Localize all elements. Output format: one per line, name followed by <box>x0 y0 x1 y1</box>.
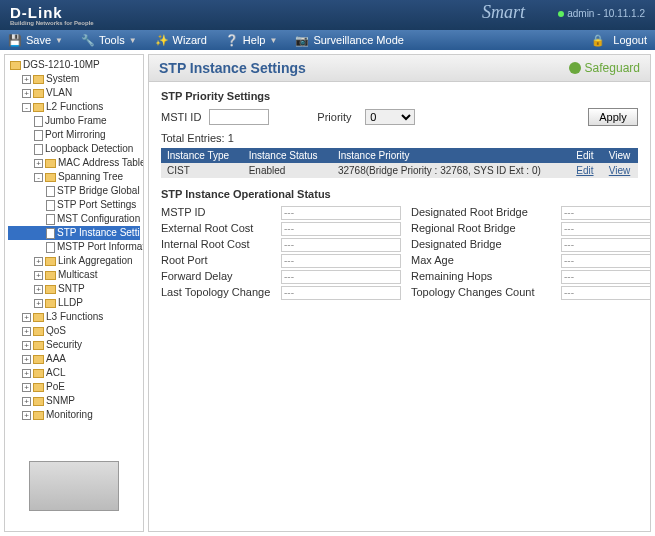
tree-root[interactable]: DGS-1210-10MP <box>8 58 140 72</box>
plus-icon[interactable]: + <box>22 369 31 378</box>
plus-icon[interactable]: + <box>22 75 31 84</box>
plus-icon[interactable]: + <box>22 341 31 350</box>
tree-stp-instance[interactable]: STP Instance Settings <box>8 226 140 240</box>
tree-portmirror[interactable]: Port Mirroring <box>8 128 140 142</box>
folder-icon <box>33 397 44 406</box>
tree-poe[interactable]: +PoE <box>8 380 140 394</box>
plus-icon[interactable]: + <box>34 257 43 266</box>
brand-tagline: Building Networks for People <box>10 20 94 26</box>
plus-icon[interactable]: + <box>22 383 31 392</box>
minus-icon[interactable]: - <box>34 173 43 182</box>
minus-icon[interactable]: - <box>22 103 31 112</box>
plus-icon[interactable]: + <box>22 411 31 420</box>
chevron-down-icon: ▼ <box>129 36 137 45</box>
tree-system[interactable]: +System <box>8 72 140 86</box>
tree-monitoring[interactable]: +Monitoring <box>8 408 140 422</box>
wrench-icon: 🔧 <box>81 34 95 47</box>
priority-form: MSTI ID Priority 0 Apply <box>161 108 638 126</box>
tree-vlan[interactable]: +VLAN <box>8 86 140 100</box>
tree-stp-global[interactable]: STP Bridge Global Settings <box>8 184 140 198</box>
tree-mstp-port[interactable]: MSTP Port Information <box>8 240 140 254</box>
cell-status: Enabled <box>243 163 332 178</box>
plus-icon[interactable]: + <box>22 313 31 322</box>
tools-menu[interactable]: 🔧Tools▼ <box>81 34 137 47</box>
page-icon <box>46 186 55 197</box>
save-menu[interactable]: 💾Save▼ <box>8 34 63 47</box>
logout-label: Logout <box>613 34 647 46</box>
tools-label: Tools <box>99 34 125 46</box>
view-link[interactable]: View <box>601 163 638 178</box>
nav-tree: DGS-1210-10MP +System +VLAN -L2 Function… <box>5 55 143 441</box>
plus-icon[interactable]: + <box>22 397 31 406</box>
disk-icon: 💾 <box>8 34 22 47</box>
tree-spanning[interactable]: -Spanning Tree <box>8 170 140 184</box>
tree-stp-port[interactable]: STP Port Settings <box>8 198 140 212</box>
tree-snmp[interactable]: +SNMP <box>8 394 140 408</box>
wizard-menu[interactable]: ✨Wizard <box>155 34 207 47</box>
label-int-root: Internal Root Cost <box>161 238 271 252</box>
tree-l3[interactable]: +L3 Functions <box>8 310 140 324</box>
folder-icon <box>45 173 56 182</box>
plus-icon[interactable]: + <box>34 299 43 308</box>
plus-icon[interactable]: + <box>22 89 31 98</box>
label-reg-root-br: Regional Root Bridge <box>411 222 551 236</box>
tree-mst-config[interactable]: MST Configuration Identific <box>8 212 140 226</box>
chevron-down-icon: ▼ <box>55 36 63 45</box>
apply-button[interactable]: Apply <box>588 108 638 126</box>
label-topo-count: Topology Changes Count <box>411 286 551 300</box>
status-grid: MSTP ID--- Designated Root Bridge--- Ext… <box>161 206 638 300</box>
instance-table: Instance Type Instance Status Instance P… <box>161 148 638 178</box>
priority-section-title: STP Priority Settings <box>161 90 638 102</box>
label-mstp-id: MSTP ID <box>161 206 271 220</box>
tree-acl[interactable]: +ACL <box>8 366 140 380</box>
save-label: Save <box>26 34 51 46</box>
folder-icon <box>33 341 44 350</box>
page-icon <box>46 242 55 253</box>
col-view: View <box>601 148 638 163</box>
priority-select[interactable]: 0 <box>365 109 415 125</box>
plus-icon[interactable]: + <box>34 271 43 280</box>
val-max-age: --- <box>561 254 651 268</box>
tree-aaa[interactable]: +AAA <box>8 352 140 366</box>
page-icon <box>46 228 55 239</box>
help-menu[interactable]: ❔Help▼ <box>225 34 278 47</box>
plus-icon[interactable]: + <box>22 327 31 336</box>
folder-icon <box>33 411 44 420</box>
tree-lldp[interactable]: +LLDP <box>8 296 140 310</box>
wand-icon: ✨ <box>155 34 169 47</box>
tree-security[interactable]: +Security <box>8 338 140 352</box>
logout-menu[interactable]: 🔒Logout <box>591 34 647 47</box>
camera-icon: 📷 <box>295 34 309 47</box>
sidebar: DGS-1210-10MP +System +VLAN -L2 Function… <box>4 54 144 532</box>
msti-id-label: MSTI ID <box>161 111 201 123</box>
admin-text: admin - 10.11.1.2 <box>567 8 645 19</box>
header: D-Link Building Networks for People Smar… <box>0 0 655 30</box>
tree-jumbo[interactable]: Jumbo Frame <box>8 114 140 128</box>
admin-info: admin - 10.11.1.2 <box>558 8 645 19</box>
edit-link[interactable]: Edit <box>569 163 601 178</box>
val-des-root-br: --- <box>561 206 651 220</box>
plus-icon[interactable]: + <box>34 159 43 168</box>
tree-loopback[interactable]: Loopback Detection <box>8 142 140 156</box>
val-fwd-delay: --- <box>281 270 401 284</box>
surveillance-menu[interactable]: 📷Surveillance Mode <box>295 34 404 47</box>
device-image <box>5 441 143 531</box>
folder-icon <box>45 299 56 308</box>
menu-left: 💾Save▼ 🔧Tools▼ ✨Wizard ❔Help▼ 📷Surveilla… <box>8 34 404 47</box>
table-row: CIST Enabled 32768(Bridge Priority : 327… <box>161 163 638 178</box>
tree-l2[interactable]: -L2 Functions <box>8 100 140 114</box>
tree-linkagg[interactable]: +Link Aggregation <box>8 254 140 268</box>
folder-icon <box>10 61 21 70</box>
plus-icon[interactable]: + <box>22 355 31 364</box>
tree-qos[interactable]: +QoS <box>8 324 140 338</box>
page-icon <box>46 200 55 211</box>
tree-sntp[interactable]: +SNTP <box>8 282 140 296</box>
plus-icon[interactable]: + <box>34 285 43 294</box>
tree-multicast[interactable]: +Multicast <box>8 268 140 282</box>
msti-id-input[interactable] <box>209 109 269 125</box>
folder-icon <box>33 103 44 112</box>
val-rem-hops: --- <box>561 270 651 284</box>
page-icon <box>34 144 43 155</box>
tree-mac[interactable]: +MAC Address Table <box>8 156 140 170</box>
brand-logo: D-Link Building Networks for People <box>0 5 104 26</box>
